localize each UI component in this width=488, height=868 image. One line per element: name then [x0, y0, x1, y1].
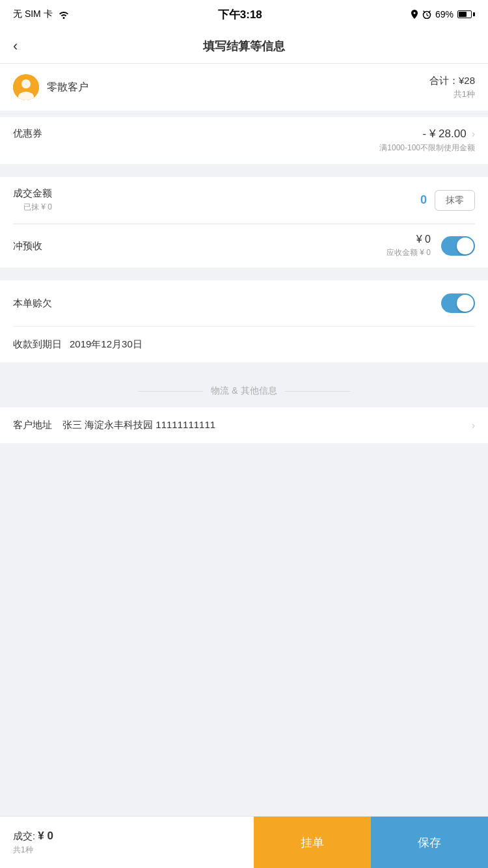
address-label: 客户地址 [13, 419, 52, 431]
alarm-icon [422, 10, 431, 19]
debit-toggle[interactable] [441, 293, 475, 313]
section-divider-2 [0, 274, 488, 280]
customer-summary: 合计：¥28 共1种 [429, 75, 475, 100]
flush-amount-wrap: ¥ 0 应收金额 ¥ 0 [386, 234, 431, 258]
customer-section: 零散客户 合计：¥28 共1种 [0, 64, 488, 111]
deal-amount-row: 成交金额 已抹 ¥ 0 0 抹零 [13, 177, 475, 224]
bottom-deal-label: 成交: [13, 830, 35, 841]
coupon-label: 优惠券 [13, 128, 42, 140]
hold-button-label: 挂单 [301, 835, 324, 850]
bottom-bar: 成交: ¥ 0 共1种 挂单 保存 [0, 816, 488, 868]
page-title: 填写结算等信息 [203, 38, 285, 54]
status-time: 下午3:18 [218, 7, 262, 22]
svg-point-2 [21, 79, 31, 88]
back-button[interactable]: ‹ [13, 38, 18, 55]
logistics-header-text: 物流 & 其他信息 [211, 385, 277, 397]
status-right: 69% [411, 9, 475, 20]
customer-left: 零散客户 [13, 74, 88, 100]
due-date-row: 收款到期日 2019年12月30日 [13, 327, 475, 362]
coupon-discount: - ¥ 28.00 [423, 128, 467, 141]
status-bar: 无 SIM 卡 下午3:18 69% [0, 0, 488, 29]
debit-section: 本单赊欠 收款到期日 2019年12月30日 [0, 280, 488, 362]
address-row[interactable]: 客户地址 张三 海淀永丰科技园 11111111111 › [0, 407, 488, 443]
flush-amount: ¥ 0 [386, 234, 431, 245]
bottom-deal-amount: ¥ 0 [38, 830, 53, 842]
flush-advance-label: 冲预收 [13, 240, 42, 252]
address-value: 张三 海淀永丰科技园 11111111111 [62, 419, 469, 431]
address-section[interactable]: 客户地址 张三 海淀永丰科技园 11111111111 › [0, 407, 488, 443]
address-chevron-icon: › [472, 420, 475, 431]
debit-label: 本单赊欠 [13, 297, 52, 310]
logistics-header: 物流 & 其他信息 [0, 375, 488, 406]
due-date-label: 收款到期日 [13, 338, 62, 351]
toggle-knob [457, 237, 474, 254]
debit-row: 本单赊欠 [13, 280, 475, 327]
nav-bar: ‹ 填写结算等信息 [0, 29, 488, 64]
deal-section: 成交金额 已抹 ¥ 0 0 抹零 冲预收 ¥ 0 应收金额 ¥ 0 [0, 177, 488, 267]
deal-amount-label: 成交金额 [13, 187, 52, 200]
bottom-deal-count: 共1种 [13, 845, 241, 856]
bottom-info: 成交: ¥ 0 共1种 [0, 817, 254, 868]
deal-sub-label: 已抹 ¥ 0 [13, 202, 52, 213]
coupon-chevron-icon: › [472, 128, 475, 140]
avatar [13, 74, 39, 100]
section-divider-1 [0, 170, 488, 177]
no-sim-text: 无 SIM 卡 [13, 8, 53, 20]
battery-percent: 69% [435, 9, 454, 20]
coupon-desc: 满1000-100不限制使用金额 [379, 142, 475, 154]
content-area: 零散客户 合计：¥28 共1种 优惠券 - ¥ 28.00 › 满1000-10… [0, 64, 488, 508]
flush-sub: 应收金额 ¥ 0 [386, 247, 431, 258]
total-amount: 合计：¥28 [429, 75, 475, 87]
due-date-value[interactable]: 2019年12月30日 [70, 338, 142, 351]
flush-advance-toggle[interactable] [441, 236, 475, 256]
section-divider-3 [0, 369, 488, 375]
flush-right: ¥ 0 应收金额 ¥ 0 [386, 234, 475, 258]
hold-button[interactable]: 挂单 [254, 817, 371, 868]
save-button-label: 保存 [418, 835, 441, 850]
coupon-section[interactable]: 优惠券 - ¥ 28.00 › 满1000-100不限制使用金额 [0, 117, 488, 164]
customer-name: 零散客户 [47, 81, 88, 94]
deal-value-wrap: 0 抹零 [420, 190, 475, 211]
total-count: 共1种 [429, 88, 475, 100]
wifi-icon [58, 10, 70, 19]
debit-toggle-knob [457, 295, 474, 312]
flush-advance-row: 冲预收 ¥ 0 应收金额 ¥ 0 [13, 224, 475, 267]
bottom-deal-row: 成交: ¥ 0 [13, 830, 241, 843]
deal-amount-value[interactable]: 0 [420, 193, 427, 207]
coupon-row[interactable]: 优惠券 - ¥ 28.00 › 满1000-100不限制使用金额 [0, 117, 488, 164]
customer-row: 零散客户 合计：¥28 共1种 [0, 64, 488, 111]
save-button[interactable]: 保存 [371, 817, 488, 868]
status-left: 无 SIM 卡 [13, 8, 70, 20]
person-icon [13, 74, 39, 100]
location-icon [411, 10, 418, 19]
round-button[interactable]: 抹零 [435, 190, 475, 211]
battery-icon [457, 10, 475, 18]
